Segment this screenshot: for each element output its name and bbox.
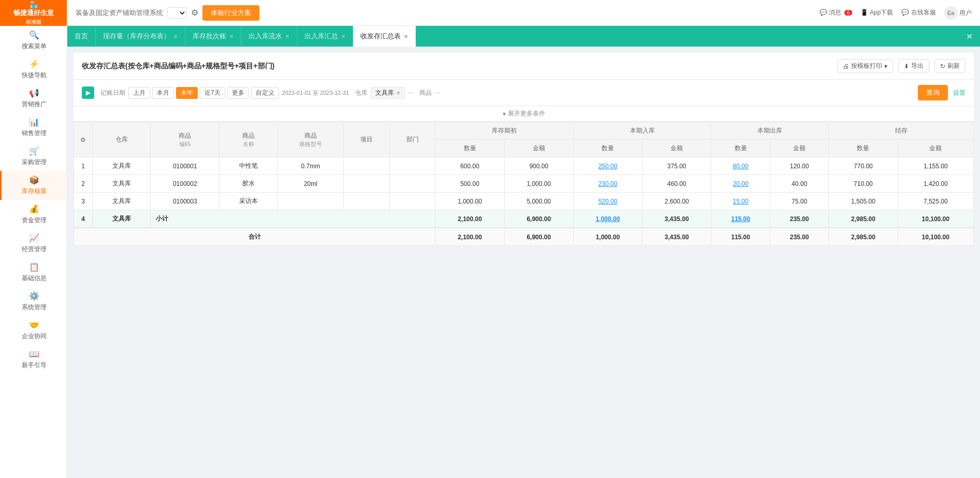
warehouse-ellipsis[interactable]: ··· [408, 89, 413, 96]
total-closing-qty: 2,985.00 [829, 228, 898, 246]
row-closing-amt: 1,155.00 [898, 157, 973, 175]
row-out-qty[interactable]: 15.00 [711, 193, 770, 210]
app-download-item[interactable]: 📱 App下载 [860, 8, 893, 17]
message-item[interactable]: 💬 消息 6 [820, 8, 852, 17]
row-out-amt: 120.00 [770, 157, 829, 175]
row-in-qty[interactable]: 520.00 [573, 193, 642, 210]
subtotal-opening-amt: 6,900.00 [504, 210, 573, 228]
sidebar-item-label: 基础信息 [22, 274, 47, 283]
tab-inventory-dist[interactable]: 现存量（库存分布表） ✕ [96, 26, 185, 47]
subtotal-out-qty[interactable]: 115.00 [711, 210, 770, 228]
date-btn-prev-month[interactable]: 上月 [128, 87, 150, 99]
expand-more-button[interactable]: ▾ 展开更多条件 [503, 109, 545, 118]
management-icon: 📈 [29, 233, 39, 243]
guide-icon: 📖 [29, 349, 39, 359]
row-opening-amt: 1,000.00 [504, 175, 573, 193]
print-button[interactable]: 🖨 按模板打印 ▾ [837, 59, 893, 73]
data-table: ⚙ 仓库 商品编码 商品名称 商品规格型号 项目 部门 库存期初 本期入库 本期… [74, 122, 974, 246]
basicinfo-icon: 📋 [29, 262, 39, 272]
date-buttons: 上月 本月 本年 近7天 更多 自定义 [128, 87, 279, 99]
system-selector[interactable] [167, 7, 187, 19]
row-project [344, 193, 390, 210]
sidebar-item-label: 快捷导航 [22, 71, 47, 80]
tab-recv-send-summary[interactable]: 收发存汇总表 ✕ [353, 26, 416, 47]
sidebar-item-quicknav[interactable]: ⚡ 快捷导航 [0, 55, 67, 84]
filter-toggle-icon[interactable]: ▶ [82, 86, 94, 99]
subtotal-opening-qty: 2,100.00 [435, 210, 504, 228]
online-service-item[interactable]: 💬 在线客服 [901, 8, 935, 17]
sidebar-item-sales[interactable]: 📊 销售管理 [0, 113, 67, 142]
page-actions: 🖨 按模板打印 ▾ ⬇ 导出 ↻ 刷新 [837, 59, 966, 73]
col-project-header: 项目 [344, 122, 390, 157]
message-badge: 6 [844, 10, 853, 16]
col-out-qty-header: 数量 [711, 140, 770, 157]
row-goods-code: 0100003 [151, 193, 220, 210]
date-label: 记账日期 [100, 89, 125, 97]
query-button[interactable]: 查询 [918, 85, 948, 100]
sidebar-item-enterprise[interactable]: 🤝 企业协同 [0, 316, 67, 345]
row-out-amt: 75.00 [770, 193, 829, 210]
tab-close-icon[interactable]: ✕ [404, 34, 408, 39]
row-opening-amt: 900.00 [504, 157, 573, 175]
tab-inout-summary[interactable]: 出入库汇总 ✕ [297, 26, 353, 47]
sidebar: 🏪 畅捷通好生意 标准版 🔍 搜索菜单 ⚡ 快捷导航 📢 营销推广 📊 销售管理… [0, 0, 67, 478]
sidebar-item-system[interactable]: ⚙️ 系统管理 [0, 287, 67, 316]
row-in-qty[interactable]: 250.00 [573, 157, 642, 175]
date-btn-7days[interactable]: 近7天 [200, 87, 225, 99]
total-label: 合计 [74, 228, 435, 246]
sidebar-item-purchase[interactable]: 🛒 采购管理 [0, 142, 67, 171]
tab-close-icon[interactable]: ✕ [341, 34, 345, 39]
tab-batch[interactable]: 库存批次账 ✕ [185, 26, 241, 47]
user-item[interactable]: Ea 用户 [944, 6, 972, 20]
col-settings-header[interactable]: ⚙ [74, 122, 93, 157]
row-in-amt: 2,600.00 [642, 193, 711, 210]
row-in-qty[interactable]: 230.00 [573, 175, 642, 193]
refresh-button[interactable]: ↻ 刷新 [934, 59, 966, 73]
total-out-qty: 115.00 [711, 228, 770, 246]
row-out-qty[interactable]: 20.00 [711, 175, 770, 193]
warehouse-tag-close[interactable]: ✕ [396, 90, 400, 96]
sidebar-item-basicinfo[interactable]: 📋 基础信息 [0, 258, 67, 287]
trial-button[interactable]: 体验行业方案 [202, 5, 259, 21]
tab-inout-flow[interactable]: 出入库流水 ✕ [241, 26, 297, 47]
row-out-qty[interactable]: 80.00 [711, 157, 770, 175]
sidebar-item-marketing[interactable]: 📢 营销推广 [0, 84, 67, 113]
date-btn-this-year[interactable]: 本年 [176, 87, 198, 99]
sidebar-item-guide[interactable]: 📖 新手引导 [0, 345, 67, 374]
settings-link[interactable]: 设置 [953, 89, 966, 97]
topbar-right: 💬 消息 6 📱 App下载 💬 在线客服 Ea 用户 [820, 6, 972, 20]
search-icon: 🔍 [29, 30, 39, 40]
tab-label: 收发存汇总表 [360, 32, 401, 41]
tab-label: 库存批次账 [193, 32, 226, 41]
row-department [389, 157, 435, 175]
col-goods-name-header: 商品名称 [220, 122, 277, 157]
tab-label: 出入库流水 [248, 32, 282, 41]
data-table-container: ⚙ 仓库 商品编码 商品名称 商品规格型号 项目 部门 库存期初 本期入库 本期… [74, 122, 974, 246]
close-all-tabs[interactable]: ✕ [959, 32, 980, 41]
tab-close-icon[interactable]: ✕ [285, 34, 289, 39]
purchase-icon: 🛒 [29, 146, 39, 156]
sidebar-item-label: 企业协同 [22, 332, 47, 341]
date-btn-this-month[interactable]: 本月 [152, 87, 174, 99]
sidebar-item-management[interactable]: 📈 经营管理 [0, 229, 67, 258]
subtotal-in-qty[interactable]: 1,000.00 [573, 210, 642, 228]
date-btn-more[interactable]: 更多 [227, 87, 249, 99]
date-btn-custom[interactable]: 自定义 [251, 87, 279, 99]
filter-right: 查询 设置 [918, 85, 966, 100]
sidebar-item-search[interactable]: 🔍 搜索菜单 [0, 26, 67, 55]
col-opening-qty-header: 数量 [435, 140, 504, 157]
sidebar-item-inventory[interactable]: 📦 库存核算 [0, 171, 67, 200]
gear-icon[interactable]: ⚙ [191, 8, 198, 18]
sidebar-item-finance[interactable]: 💰 资金管理 [0, 200, 67, 229]
sidebar-item-label: 系统管理 [22, 303, 47, 312]
total-closing-amt: 10,100.00 [898, 228, 973, 246]
export-button[interactable]: ⬇ 导出 [898, 59, 929, 73]
col-department-header: 部门 [389, 122, 435, 157]
tab-close-icon[interactable]: ✕ [173, 34, 178, 39]
app-download-label: App下载 [870, 9, 893, 16]
row-opening-qty: 1,000.00 [435, 193, 504, 210]
tab-close-icon[interactable]: ✕ [229, 34, 233, 39]
tab-label: 出入库汇总 [304, 32, 338, 41]
goods-ellipsis[interactable]: ··· [435, 89, 440, 96]
tab-home[interactable]: 首页 [67, 26, 96, 47]
